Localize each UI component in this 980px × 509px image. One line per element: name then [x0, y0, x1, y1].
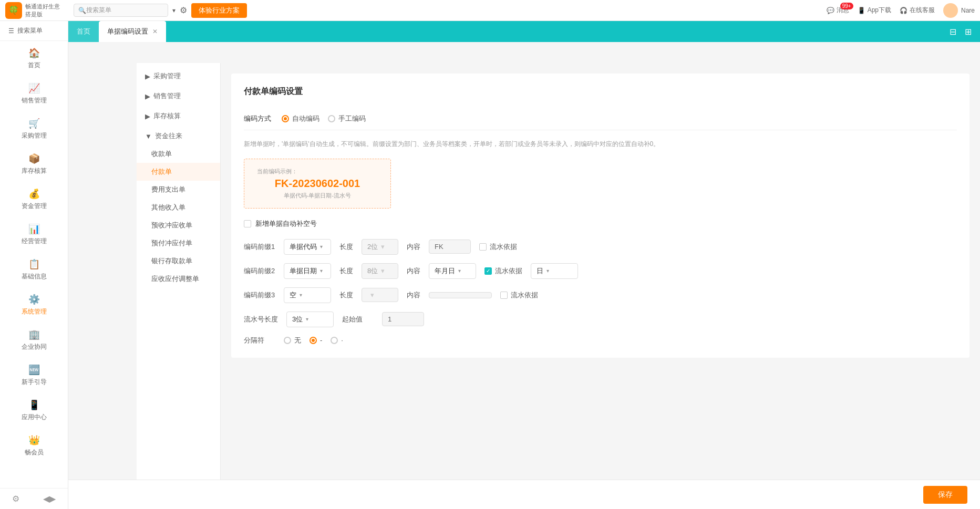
start-label: 起始值 — [342, 315, 374, 324]
chevron-right-icon: ▶ — [145, 72, 150, 80]
sidebar-item-apps[interactable]: 📱 应用中心 — [0, 393, 68, 428]
serial3-checkbox[interactable]: 流水依据 — [500, 290, 538, 300]
serial-number-row: 流水号长度 3位 ▾ 起始值 1 — [244, 311, 957, 327]
serial1-checkbox-box[interactable] — [479, 243, 487, 251]
search-placeholder: 搜索菜单 — [86, 6, 111, 15]
sidebar-item-purchase[interactable]: 🛒 采购管理 — [0, 111, 68, 147]
sub-group-sales-header[interactable]: ▶ 销售管理 — [137, 87, 220, 105]
radio-auto[interactable]: 自动编码 — [282, 114, 319, 123]
sidebar-item-inventory[interactable]: 📦 库存核算 — [0, 147, 68, 182]
sep-none-radio[interactable]: 无 — [284, 336, 301, 345]
sub-group-purchase: ▶ 采购管理 — [137, 67, 220, 85]
serial1-label: 流水依据 — [490, 242, 517, 252]
search-box[interactable]: 🔍 搜索菜单 — [74, 4, 168, 17]
sidebar-item-finance[interactable]: 💰 资金管理 — [0, 182, 68, 217]
dropdown-button[interactable]: ▾ — [172, 7, 176, 14]
prefix2-select[interactable]: 单据日期 ▾ — [284, 263, 331, 279]
sep-dash-radio[interactable]: - — [310, 336, 322, 344]
trial-button[interactable]: 体验行业方案 — [191, 3, 247, 18]
sep-other-radio[interactable]: · — [331, 336, 343, 344]
prefix1-select[interactable]: 单据代码 ▾ — [284, 239, 331, 255]
sidebar-item-basic[interactable]: 📋 基础信息 — [0, 252, 68, 287]
sub-item-payment[interactable]: 付款单 — [137, 163, 220, 181]
tab-minimize-button[interactable]: ⊟ — [947, 25, 958, 39]
main-area: ▶ 采购管理 ▶ 销售管理 ▶ 库存核算 ▼ 资金往来 — [137, 63, 980, 509]
prefix1-arrow-icon: ▾ — [320, 244, 323, 250]
auto-fill-checkbox[interactable] — [244, 220, 251, 227]
sub-group-capital-header[interactable]: ▼ 资金往来 — [137, 127, 220, 145]
content2-select[interactable]: 年月日 ▾ — [429, 263, 476, 279]
sub-group-capital: ▼ 资金往来 收款单 付款单 费用支出单 其他收入单 预收冲应收单 预付冲应付单… — [137, 127, 220, 288]
sidebar-item-basic-label: 基础信息 — [22, 272, 47, 281]
auto-fill-label: 新增单据自动补空号 — [255, 219, 317, 228]
apps-icon: 📱 — [28, 399, 40, 411]
sidebar-item-member[interactable]: 👑 畅会员 — [0, 428, 68, 463]
content3-label: 内容 — [407, 290, 420, 300]
serial3-checkbox-box[interactable] — [500, 292, 508, 299]
serial2-checkbox-checked[interactable]: ✓ — [484, 267, 492, 275]
tab-maximize-button[interactable]: ⊞ — [963, 25, 974, 39]
preview-code: FK-20230602-001 — [257, 178, 378, 190]
tab-encoding[interactable]: 单据编码设置 ✕ — [99, 21, 166, 42]
sub-item-other-income[interactable]: 其他收入单 — [137, 199, 220, 216]
sub-item-pre-pay[interactable]: 预付冲应付单 — [137, 234, 220, 252]
content1-label: 内容 — [407, 242, 420, 252]
serial1-checkbox[interactable]: 流水依据 — [479, 242, 517, 252]
serial2-checkbox[interactable]: ✓ 流水依据 — [484, 266, 522, 276]
sub-item-expense[interactable]: 费用支出单 — [137, 181, 220, 199]
content2-value: 年月日 — [435, 266, 455, 276]
sidebar-item-operation[interactable]: 📊 经营管理 — [0, 217, 68, 252]
sep-dash-dot — [310, 337, 317, 344]
sidebar-collapse-button[interactable]: ◀▶ — [43, 494, 56, 504]
radio-manual-dot — [328, 115, 335, 122]
sidebar-item-home[interactable]: 🏠 首页 — [0, 41, 68, 76]
sidebar-search[interactable]: ☰ 搜索菜单 — [0, 21, 68, 41]
tab-close-icon[interactable]: ✕ — [152, 28, 158, 35]
start-value[interactable]: 1 — [382, 312, 424, 326]
separator-label: 分隔符 — [244, 336, 275, 345]
radio-manual[interactable]: 手工编码 — [328, 114, 366, 123]
len1-value: 2位 — [367, 242, 378, 252]
system-icon: ⚙️ — [28, 294, 40, 305]
tab-home[interactable]: 首页 — [68, 21, 99, 42]
download-icon: 📱 — [858, 7, 865, 14]
serial-len-select[interactable]: 3位 ▾ — [286, 311, 334, 327]
user-info[interactable]: Nare — [943, 3, 975, 18]
tab-encoding-label: 单据编码设置 — [107, 27, 148, 36]
prefix3-label: 编码前缀3 — [244, 290, 275, 300]
top-header: 🍀 畅通道好生意 搭是版 🔍 搜索菜单 ▾ ⚙ 体验行业方案 💬 消息 99+ … — [0, 0, 980, 21]
sep-other-dot — [331, 337, 338, 344]
gear-button[interactable]: ⚙ — [180, 5, 187, 15]
sidebar-settings-button[interactable]: ⚙ — [12, 494, 19, 504]
sidebar-item-purchase-label: 采购管理 — [22, 131, 47, 140]
prefix3-select[interactable]: 空 ▾ — [284, 287, 331, 303]
separator-row: 分隔符 无 - · — [244, 336, 957, 345]
home-icon: 🏠 — [28, 47, 40, 59]
sales-icon: 📈 — [28, 82, 40, 94]
len1-arrow-icon: ▾ — [381, 243, 385, 251]
tab-bar-actions: ⊟ ⊞ — [947, 25, 980, 39]
sub-item-bank[interactable]: 银行存取款单 — [137, 252, 220, 270]
message-badge[interactable]: 💬 消息 99+ — [827, 6, 849, 15]
sub-item-receipt[interactable]: 收款单 — [137, 145, 220, 163]
sub-group-inventory-header[interactable]: ▶ 库存核算 — [137, 107, 220, 125]
online-service[interactable]: 🎧 在线客服 — [900, 6, 935, 15]
app-download[interactable]: 📱 App下载 — [858, 6, 891, 15]
logo-area: 🍀 畅通道好生意 搭是版 — [5, 2, 74, 19]
preview-desc: 单据代码-单据日期-流水号 — [257, 192, 378, 200]
sub-group-purchase-header[interactable]: ▶ 采购管理 — [137, 67, 220, 85]
save-button[interactable]: 保存 — [923, 486, 967, 504]
sidebar-item-sales[interactable]: 📈 销售管理 — [0, 76, 68, 111]
sub-item-pre-receive[interactable]: 预收冲应收单 — [137, 216, 220, 234]
serial2-period-select[interactable]: 日 ▾ — [531, 263, 578, 279]
encoding-mode-label: 编码方式 — [244, 114, 271, 123]
sidebar-item-system[interactable]: ⚙️ 系统管理 — [0, 287, 68, 323]
sub-item-adjust[interactable]: 应收应付调整单 — [137, 270, 220, 288]
sidebar-item-member-label: 畅会员 — [25, 448, 44, 457]
chevron-down-icon: ▼ — [145, 132, 152, 140]
sidebar-item-enterprise[interactable]: 🏢 企业协同 — [0, 323, 68, 358]
sub-group-sales: ▶ 销售管理 — [137, 87, 220, 105]
sidebar-item-guide[interactable]: 🆕 新手引导 — [0, 358, 68, 393]
chevron-right-icon2: ▶ — [145, 92, 150, 100]
tab-bar: 首页 单据编码设置 ✕ ⊟ ⊞ — [68, 21, 980, 42]
